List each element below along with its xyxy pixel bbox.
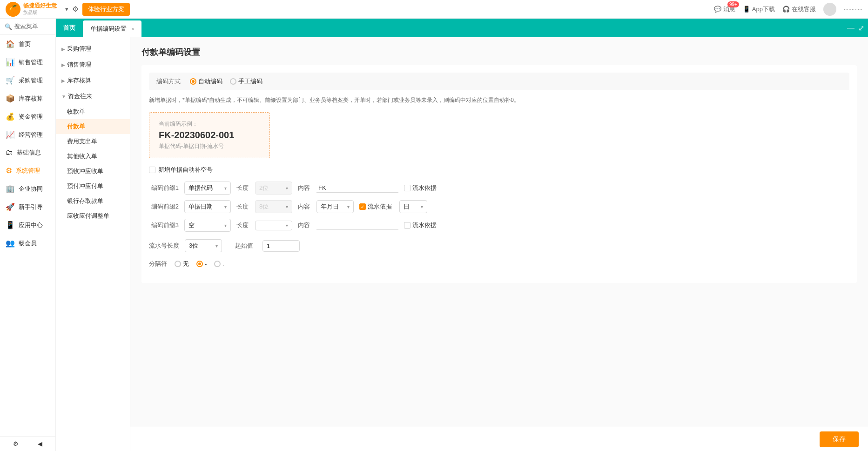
prefix3-length-arrow: ▾	[286, 223, 288, 228]
sep-dash-radio[interactable]: -	[196, 261, 207, 268]
message-btn[interactable]: 💬 消息 99+	[714, 5, 735, 13]
auto-fill-row: 新增单据自动补空号	[149, 166, 849, 174]
minimize-icon[interactable]: —	[847, 24, 855, 33]
sidebar-item-newbie[interactable]: 🚀 新手引导	[0, 198, 55, 216]
online-service-btn[interactable]: 🎧 在线客服	[782, 5, 816, 13]
sep-dash-radio-btn[interactable]	[196, 261, 203, 267]
prefix1-content-label: 内容	[298, 184, 311, 192]
prefix1-content-input[interactable]	[316, 183, 398, 193]
purchase-icon: 🛒	[6, 76, 15, 85]
sep-none-radio[interactable]: 无	[175, 260, 189, 268]
sidebar-settings-icon[interactable]: ⚙	[13, 440, 19, 447]
nav-group-sales[interactable]: ▶ 销售管理	[56, 57, 130, 73]
expand-purchase-icon: ▶	[61, 47, 65, 52]
encoding-type-label: 编码方式	[156, 77, 181, 86]
tab-home[interactable]: 首页	[56, 19, 83, 37]
prefix1-length-label: 长度	[236, 184, 249, 192]
notice-text: 新增单据时，*单据编码*自动生成，不可编辑。前缀设置为部门、业务员等档案类，开单…	[149, 96, 849, 105]
prefix1-length-select[interactable]: 2位 ▾	[255, 182, 292, 195]
start-value-input[interactable]	[262, 240, 300, 252]
nav-group-capital[interactable]: ▼ 资金往来	[56, 88, 130, 104]
app-download-btn[interactable]: 📱 App下载	[743, 5, 775, 13]
sep-dot-radio[interactable]: .	[214, 261, 224, 268]
newbie-icon: 🚀	[6, 202, 15, 211]
sidebar-item-home[interactable]: 🏠 首页	[0, 35, 55, 53]
nav-bank-deposit[interactable]: 银行存取款单	[56, 194, 130, 209]
sidebar-item-apps[interactable]: 📱 应用中心	[0, 216, 55, 234]
sidebar-item-basic[interactable]: 🗂 基础信息	[0, 144, 55, 162]
nav-payable-adjust[interactable]: 应收应付调整单	[56, 209, 130, 223]
tab-encoding-settings[interactable]: 单据编码设置 ×	[83, 20, 141, 37]
radio-auto-btn[interactable]	[190, 78, 196, 85]
prefix3-length-select[interactable]: ▾	[255, 221, 292, 230]
nav-receipt[interactable]: 收款单	[56, 104, 130, 119]
sidebar-collapse-icon[interactable]: ◀	[38, 440, 42, 447]
nav-expense[interactable]: 费用支出单	[56, 134, 130, 149]
nav-group-purchase[interactable]: ▶ 采购管理	[56, 41, 130, 57]
main-area: 首页 单据编码设置 × — ⤢ ▶ 采购管理 ▶ 销售管理 ▶ 库存核算	[56, 19, 868, 451]
apps-icon: 📱	[6, 221, 15, 229]
trial-btn[interactable]: 体验行业方案	[82, 3, 130, 16]
avatar[interactable]	[823, 3, 836, 16]
prefix1-select[interactable]: 单据代码 ▾	[184, 182, 231, 195]
sidebar-item-system[interactable]: ⚙ 系统管理	[0, 162, 55, 180]
preview-label: 当前编码示例：	[159, 120, 260, 128]
radio-manual-btn[interactable]	[230, 78, 236, 85]
message-icon: 💬	[714, 6, 721, 13]
separator-row: 分隔符 无 - .	[149, 260, 849, 268]
prefix2-length-select[interactable]: 8位 ▾	[255, 200, 292, 213]
prefix1-stream-checkbox[interactable]	[404, 185, 410, 191]
prefix3-stream-checkbox[interactable]	[404, 222, 410, 229]
radio-manual[interactable]: 手工编码	[230, 77, 262, 86]
serial-row: 流水号长度 3位 ▾ 起始值	[149, 239, 849, 252]
logo-area: 🍊 畅捷通好生意 旗品版	[6, 2, 61, 17]
maximize-icon[interactable]: ⤢	[858, 24, 864, 33]
right-panel: 付款单编码设置 编码方式 自动编码 手工编码	[130, 37, 868, 451]
prefix3-stream-check: 流水依据	[404, 221, 437, 229]
enterprise-icon: 🏢	[6, 184, 15, 193]
save-button[interactable]: 保存	[820, 431, 859, 447]
encoding-form: 编码前缀1 单据代码 ▾ 长度 2位 ▾ 内容	[149, 182, 849, 232]
sidebar-item-operations[interactable]: 📈 经营管理	[0, 126, 55, 144]
form-row-prefix3: 编码前缀3 空 ▾ 长度 ▾ 内容	[149, 219, 849, 232]
preview-code: FK-20230602-001	[159, 130, 260, 141]
tab-bar: 首页 单据编码设置 × — ⤢	[56, 19, 868, 37]
serial-length-select[interactable]: 3位 ▾	[185, 239, 222, 252]
tab-close-icon[interactable]: ×	[131, 26, 134, 32]
nav-prepay-payable[interactable]: 预付冲应付单	[56, 179, 130, 194]
message-badge: 99+	[727, 1, 739, 7]
settings-icon[interactable]: ⚙	[72, 5, 79, 13]
sep-none-radio-btn[interactable]	[175, 261, 181, 267]
sidebar-item-sales[interactable]: 📊 销售管理	[0, 53, 55, 71]
radio-auto[interactable]: 自动编码	[190, 77, 222, 86]
header-dropdown[interactable]: ▾	[65, 6, 68, 13]
sidebar-item-stock[interactable]: 📦 库存核算	[0, 89, 55, 108]
sidebar-item-finance[interactable]: 💰 资金管理	[0, 108, 55, 126]
prefix2-content-select[interactable]: 年月日 ▾	[316, 200, 354, 213]
sidebar-item-purchase[interactable]: 🛒 采购管理	[0, 71, 55, 89]
nav-other-income[interactable]: 其他收入单	[56, 149, 130, 164]
sidebar-item-enterprise[interactable]: 🏢 企业协同	[0, 180, 55, 198]
nav-prepay-receivable[interactable]: 预收冲应收单	[56, 164, 130, 179]
prefix1-label: 编码前缀1	[149, 184, 179, 192]
prefix2-select[interactable]: 单据日期 ▾	[184, 200, 231, 213]
sep-dot-radio-btn[interactable]	[214, 261, 221, 267]
operations-icon: 📈	[6, 130, 15, 139]
prefix1-arrow: ▾	[224, 186, 227, 191]
sidebar-item-member[interactable]: 👥 畅会员	[0, 234, 55, 252]
nav-payment[interactable]: 付款单	[56, 119, 130, 134]
prefix2-length-arrow: ▾	[286, 204, 288, 209]
left-nav: ▶ 采购管理 ▶ 销售管理 ▶ 库存核算 ▼ 资金往来 收款单 付款单	[56, 37, 130, 451]
prefix3-content-input[interactable]	[316, 221, 398, 230]
search-menu-btn[interactable]: 🔍 搜索菜单	[0, 19, 55, 35]
main-content: 付款单编码设置 编码方式 自动编码 手工编码	[130, 37, 868, 427]
headset-icon: 🎧	[782, 6, 790, 13]
auto-fill-checkbox[interactable]	[149, 167, 155, 173]
prefix2-stream-checkbox[interactable]: ✓	[359, 203, 366, 210]
preview-desc: 单据代码-单据日期-流水号	[159, 142, 260, 150]
prefix3-select[interactable]: 空 ▾	[184, 219, 231, 232]
encoding-section: 编码方式 自动编码 手工编码	[141, 65, 857, 283]
nav-group-stock[interactable]: ▶ 库存核算	[56, 73, 130, 88]
prefix2-stream-select[interactable]: 日 ▾	[399, 200, 427, 213]
basic-icon: 🗂	[6, 148, 13, 157]
